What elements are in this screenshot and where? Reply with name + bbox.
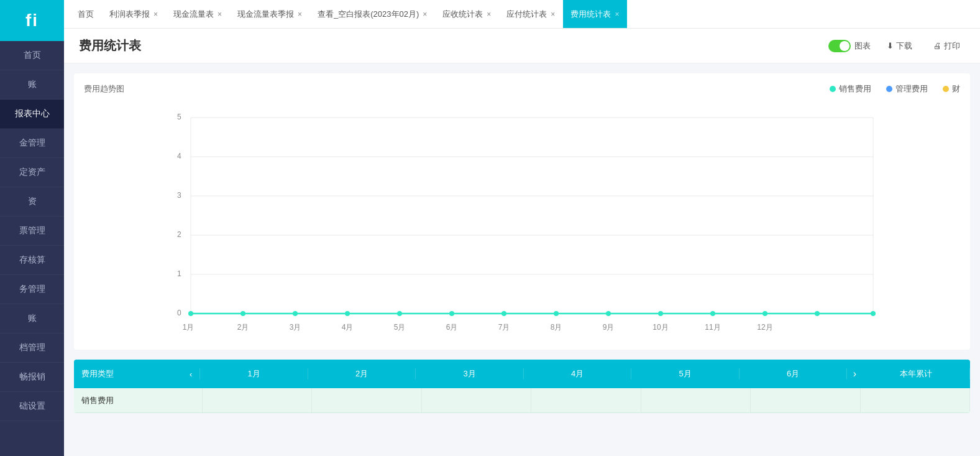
th-expense-type: 费用类型 ‹ [74, 368, 200, 379]
line-chart-svg: 5 4 3 2 1 0 [84, 101, 960, 337]
td-m5 [641, 388, 751, 412]
th-next-icon[interactable]: › [847, 360, 862, 388]
svg-text:9月: 9月 [603, 323, 615, 332]
download-icon: ⬇ [887, 41, 894, 50]
chart-legend: 销售费用 管理费用 财 [830, 83, 960, 95]
svg-point-24 [710, 311, 715, 316]
svg-text:4: 4 [177, 152, 181, 161]
th-m4: 4月 [524, 368, 632, 379]
sidebar-item-ticket-mgmt[interactable]: 票管理 [0, 216, 64, 246]
svg-text:4月: 4月 [342, 323, 354, 332]
legend-dot-admin [886, 86, 892, 92]
tab-bar: 首页 利润表季报 × 现金流量表 × 现金流量表季报 × 查看_空白报表(202… [64, 0, 980, 29]
page-header: 费用统计表 图表 ⬇ 下载 🖨 打印 [64, 29, 980, 63]
th-m2: 2月 [308, 368, 416, 379]
sidebar-item-smooth-cancel[interactable]: 畅报销 [0, 363, 64, 392]
svg-point-20 [501, 311, 506, 316]
svg-point-21 [554, 311, 559, 316]
tab-close-profit-quarterly[interactable]: × [153, 10, 158, 19]
tab-close-cash-flow[interactable]: × [218, 10, 222, 19]
print-button[interactable]: 🖨 打印 [928, 38, 965, 54]
th-m5: 5月 [631, 368, 740, 379]
chart-toggle-label: 图表 [854, 40, 871, 52]
tab-home[interactable]: 首页 [70, 0, 102, 29]
tab-close-view-blank[interactable]: × [423, 10, 427, 19]
sidebar-item-file-mgmt[interactable]: 档管理 [0, 333, 64, 363]
svg-text:2: 2 [177, 230, 181, 239]
svg-point-14 [188, 311, 193, 316]
legend-sales: 销售费用 [830, 83, 871, 95]
legend-admin: 管理费用 [886, 83, 928, 95]
tab-close-expense[interactable]: × [615, 10, 619, 19]
legend-finance: 财 [943, 83, 960, 95]
chart-section: 费用趋势图 销售费用 管理费用 财 [74, 73, 970, 350]
chart-title: 费用趋势图 [84, 83, 124, 95]
sidebar: fi 首页 账 报表中心 金管理 定资产 资 票管理 存核算 务管理 账 档管理… [0, 0, 64, 456]
svg-point-15 [240, 311, 245, 316]
svg-text:12月: 12月 [757, 323, 772, 332]
svg-point-26 [815, 311, 820, 316]
sidebar-logo: fi [0, 0, 64, 41]
tab-receivable-stats[interactable]: 应收统计表 × [435, 0, 499, 29]
svg-text:1月: 1月 [183, 323, 195, 332]
svg-text:10月: 10月 [653, 323, 668, 332]
sidebar-item-service-mgmt[interactable]: 务管理 [0, 275, 64, 304]
th-prev-icon[interactable]: ‹ [190, 370, 192, 379]
tab-close-cash-flow-quarterly[interactable]: × [298, 10, 302, 19]
tab-view-blank-report[interactable]: 查看_空白报表(2023年02月) × [310, 0, 435, 29]
th-m3: 3月 [416, 368, 524, 379]
sidebar-item-basic-setup[interactable]: 础设置 [0, 392, 64, 421]
legend-dot-finance [943, 86, 949, 92]
download-button[interactable]: ⬇ 下载 [882, 38, 917, 54]
table-row: 销售费用 [74, 388, 970, 413]
table-header: 费用类型 ‹ 1月 2月 3月 4月 5月 6月 › 本年累计 [74, 360, 970, 388]
table-section: 费用类型 ‹ 1月 2月 3月 4月 5月 6月 › 本年累计 销售费用 [74, 360, 970, 413]
legend-dot-sales [830, 86, 836, 92]
td-m6 [751, 388, 860, 412]
print-icon: 🖨 [933, 41, 941, 50]
svg-text:0: 0 [177, 309, 181, 317]
sidebar-item-sub-ledger[interactable]: 账 [0, 304, 64, 333]
tab-payable-stats[interactable]: 应付统计表 × [499, 0, 563, 29]
legend-label-admin: 管理费用 [895, 83, 928, 95]
svg-text:2月: 2月 [237, 323, 249, 332]
chart-toggle[interactable] [828, 40, 851, 52]
chart-container: 5 4 3 2 1 0 [84, 101, 960, 340]
svg-text:8月: 8月 [551, 323, 562, 332]
sidebar-item-fixed-assets[interactable]: 定资产 [0, 158, 64, 187]
sidebar-item-resources[interactable]: 资 [0, 187, 64, 216]
sidebar-item-stock-check[interactable]: 存核算 [0, 246, 64, 275]
svg-text:7月: 7月 [498, 323, 510, 332]
th-m6: 6月 [740, 368, 848, 379]
main-area: 首页 利润表季报 × 现金流量表 × 现金流量表季报 × 查看_空白报表(202… [64, 0, 980, 456]
td-ytd [861, 388, 970, 412]
svg-text:3月: 3月 [290, 323, 301, 332]
tab-cash-flow-quarterly[interactable]: 现金流量表季报 × [230, 0, 310, 29]
td-m3 [422, 388, 531, 412]
svg-text:1: 1 [177, 269, 181, 278]
download-label: 下载 [896, 40, 912, 52]
tab-expense-stats[interactable]: 费用统计表 × [563, 0, 627, 29]
tab-close-receivable[interactable]: × [487, 10, 491, 19]
sidebar-item-report-center[interactable]: 报表中心 [0, 100, 64, 129]
chart-toggle-wrap: 图表 [828, 40, 871, 52]
tab-profit-quarterly[interactable]: 利润表季报 × [102, 0, 166, 29]
td-expense-type: 销售费用 [74, 388, 203, 412]
header-actions: 图表 ⬇ 下载 🖨 打印 [828, 38, 965, 54]
tab-cash-flow[interactable]: 现金流量表 × [166, 0, 230, 29]
sidebar-item-ledger[interactable]: 账 [0, 70, 64, 100]
sidebar-item-home[interactable]: 首页 [0, 41, 64, 70]
page-title: 费用统计表 [79, 37, 141, 54]
legend-label-sales: 销售费用 [839, 83, 871, 95]
th-ytd: 本年累计 [862, 368, 970, 379]
svg-text:5月: 5月 [394, 323, 406, 332]
legend-label-finance: 财 [952, 83, 960, 95]
svg-point-18 [397, 311, 402, 316]
sidebar-item-fund-mgmt[interactable]: 金管理 [0, 129, 64, 158]
td-m1 [203, 388, 312, 412]
td-m4 [531, 388, 641, 412]
tab-close-payable[interactable]: × [551, 10, 555, 19]
td-m2 [312, 388, 421, 412]
svg-point-16 [293, 311, 298, 316]
svg-text:5: 5 [177, 113, 181, 121]
